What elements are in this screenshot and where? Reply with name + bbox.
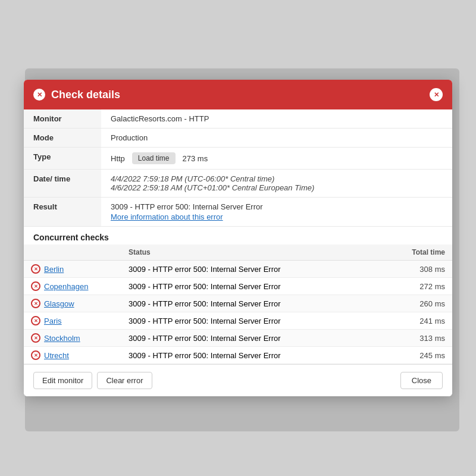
datetime-label: Date/ time: [24, 170, 101, 198]
datetime-row: Date/ time 4/4/2022 7:59:18 PM (UTC-06:0…: [24, 170, 452, 198]
type-value-inline: Http Load time 273 ms: [111, 152, 443, 164]
result-row: Result 3009 - HTTP error 500: Internal S…: [24, 198, 452, 227]
concurrent-header-row: Status Total time: [24, 245, 452, 261]
row-error-icon: [31, 264, 40, 274]
result-value-cell: 3009 - HTTP error 500: Internal Server E…: [101, 198, 452, 227]
location-link[interactable]: Utrecht: [44, 351, 69, 360]
row-error-icon: [31, 281, 40, 291]
result-value: 3009 - HTTP error 500: Internal Server E…: [111, 202, 263, 211]
location-inner: Utrecht: [31, 350, 114, 360]
location-cell: Berlin: [24, 261, 121, 278]
status-cell: 3009 - HTTP error 500: Internal Server E…: [121, 330, 393, 347]
type-label: Type: [24, 148, 101, 170]
total-time-cell: 260 ms: [393, 295, 452, 312]
info-table: Monitor GalacticResorts.com - HTTP Mode …: [24, 109, 452, 227]
total-time-cell: 245 ms: [393, 347, 452, 364]
concurrent-row: Paris 3009 - HTTP error 500: Internal Se…: [24, 312, 452, 330]
location-link[interactable]: Stockholm: [44, 334, 80, 343]
concurrent-row: Utrecht 3009 - HTTP error 500: Internal …: [24, 347, 452, 364]
monitor-row: Monitor GalacticResorts.com - HTTP: [24, 109, 452, 129]
header-left: Check details: [33, 89, 120, 101]
location-inner: Glasgow: [31, 299, 114, 308]
row-error-icon: [31, 333, 40, 343]
concurrent-table: Status Total time Berlin 3009 - HTTP err…: [24, 245, 452, 364]
total-time-cell: 313 ms: [393, 330, 452, 347]
total-time-cell: 308 ms: [393, 261, 452, 278]
concurrent-row: Copenhagen 3009 - HTTP error 500: Intern…: [24, 278, 452, 295]
location-cell: Utrecht: [24, 347, 121, 364]
status-cell: 3009 - HTTP error 500: Internal Server E…: [121, 295, 393, 312]
monitor-value: GalacticResorts.com - HTTP: [101, 109, 452, 129]
location-inner: Berlin: [31, 264, 114, 274]
type-row: Type Http Load time 273 ms: [24, 148, 452, 170]
mode-label: Mode: [24, 129, 101, 148]
type-value: Http: [111, 154, 125, 163]
dialog-footer: Edit monitor Clear error Close: [24, 364, 452, 396]
status-cell: 3009 - HTTP error 500: Internal Server E…: [121, 278, 393, 295]
col-status: Status: [121, 245, 393, 261]
col-total-time: Total time: [393, 245, 452, 261]
row-error-icon: [31, 299, 40, 308]
location-cell: Copenhagen: [24, 278, 121, 295]
location-link[interactable]: Glasgow: [44, 299, 74, 308]
location-inner: Stockholm: [31, 333, 114, 343]
location-cell: Paris: [24, 312, 121, 330]
status-cell: 3009 - HTTP error 500: Internal Server E…: [121, 261, 393, 278]
dialog-title: Check details: [51, 89, 120, 101]
dialog-header: Check details: [24, 80, 452, 109]
location-link[interactable]: Berlin: [44, 265, 64, 274]
load-time-badge: Load time: [132, 152, 176, 164]
mode-value: Production: [101, 129, 452, 148]
row-error-icon: [31, 350, 40, 360]
location-inner: Copenhagen: [31, 281, 114, 291]
location-cell: Stockholm: [24, 330, 121, 347]
close-button[interactable]: Close: [400, 372, 443, 389]
total-time-cell: 241 ms: [393, 312, 452, 330]
check-details-dialog: Check details Monitor GalacticResorts.co…: [24, 80, 452, 396]
status-cell: 3009 - HTTP error 500: Internal Server E…: [121, 312, 393, 330]
location-link[interactable]: Paris: [44, 317, 62, 325]
edit-monitor-button[interactable]: Edit monitor: [33, 372, 92, 389]
monitor-label: Monitor: [24, 109, 101, 129]
location-link[interactable]: Copenhagen: [44, 282, 88, 291]
mode-row: Mode Production: [24, 129, 452, 148]
datetime-value-cell: 4/4/2022 7:59:18 PM (UTC-06:00* Central …: [101, 170, 452, 198]
result-label: Result: [24, 198, 101, 227]
load-time-value: 273 ms: [183, 154, 208, 163]
col-location: [24, 245, 121, 261]
row-error-icon: [31, 316, 40, 325]
dialog-body: Monitor GalacticResorts.com - HTTP Mode …: [24, 109, 452, 364]
concurrent-row: Stockholm 3009 - HTTP error 500: Interna…: [24, 330, 452, 347]
status-cell: 3009 - HTTP error 500: Internal Server E…: [121, 347, 393, 364]
location-inner: Paris: [31, 316, 114, 325]
datetime-value2: 4/6/2022 2:59:18 AM (UTC+01:00* Central …: [111, 183, 443, 192]
more-info-link[interactable]: More information about this error: [111, 212, 443, 221]
datetime-value1: 4/4/2022 7:59:18 PM (UTC-06:00* Central …: [111, 174, 443, 183]
type-value-cell: Http Load time 273 ms: [101, 148, 452, 170]
concurrent-row: Glasgow 3009 - HTTP error 500: Internal …: [24, 295, 452, 312]
concurrent-row: Berlin 3009 - HTTP error 500: Internal S…: [24, 261, 452, 278]
location-cell: Glasgow: [24, 295, 121, 312]
clear-error-button[interactable]: Clear error: [97, 372, 152, 389]
header-error-icon: [33, 89, 45, 101]
dialog-close-button[interactable]: [430, 88, 443, 101]
total-time-cell: 272 ms: [393, 278, 452, 295]
concurrent-heading: Concurrent checks: [24, 227, 452, 245]
footer-left-buttons: Edit monitor Clear error: [33, 372, 152, 389]
